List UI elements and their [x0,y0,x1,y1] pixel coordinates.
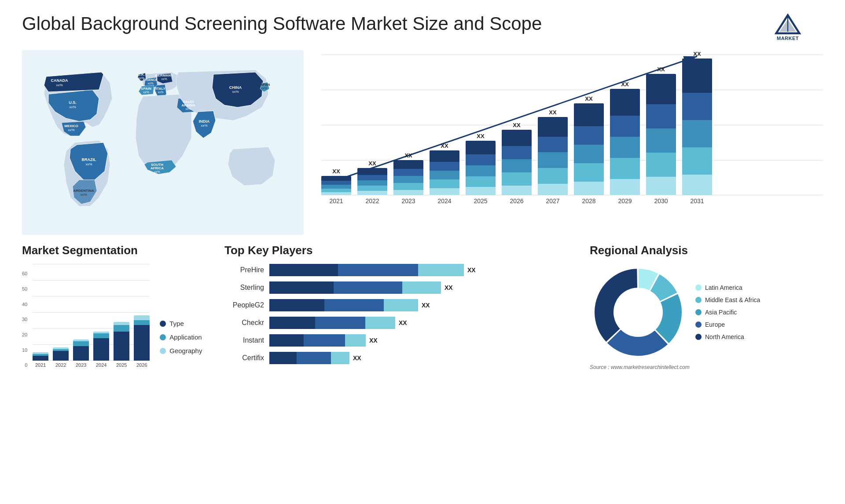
seg-bar-group-2024 [93,332,109,361]
svg-text:xx%: xx% [56,83,62,87]
bar-xlabel-2024: 2024 [430,197,459,205]
legend-app: Application [160,333,202,341]
seg-geo [134,315,150,320]
svg-text:SPAIN: SPAIN [141,87,151,91]
player-row: CertifixXX [224,352,577,364]
player-bar-seg-0 [269,281,334,294]
players-list: PreHireXXSterlingXXPeopleG2XXCheckrXXIns… [224,264,577,364]
player-bar [269,264,464,276]
bar-seg-2 [682,120,712,147]
player-bar-wrap: XX [269,264,577,276]
player-bar-wrap: XX [269,334,577,347]
svg-text:ITALY: ITALY [156,87,165,91]
seg-xlabel-2026: 2026 [134,362,150,368]
bar-seg-1 [393,169,423,176]
bar-seg-0 [574,103,604,126]
legend-type: Type [160,320,202,327]
bar-seg-0 [610,89,640,116]
world-map-section: CANADA xx% U.S. xx% MEXICO xx% BRAZIL xx… [22,50,304,235]
bar-xlabel-2031: 2031 [682,197,712,205]
legend-label-type: Type [169,320,184,327]
bar-xlabel-2027: 2027 [538,197,568,205]
seg-y-50: 50 [22,286,27,292]
seg-xlabel-2025: 2025 [114,362,129,368]
player-bar-seg-2 [418,264,464,276]
svg-text:ARABIA: ARABIA [181,103,195,107]
bar-xlabel-2023: 2023 [393,197,423,205]
legend-dot-app [160,334,166,340]
legend-mea: Middle East & Africa [695,296,760,303]
bar-xlabel-2022: 2022 [357,197,387,205]
bar-group-2026: XX [502,122,532,195]
bar-seg-4 [538,184,568,196]
player-bar-seg-0 [269,299,324,311]
legend-dot-geo [160,348,166,354]
bar-seg-3 [321,189,351,193]
bar-seg-2 [502,159,532,172]
seg-type [114,332,129,361]
svg-text:FRANCE: FRANCE [143,78,158,82]
legend-label-geo: Geography [169,347,202,354]
legend-dot-na [695,334,702,340]
bar-seg-3 [538,168,568,184]
bar-group-2029: XX [610,81,640,195]
bar-seg-2 [538,152,568,168]
player-bar-seg-1 [338,264,418,276]
bar-seg-1 [502,146,532,159]
bar-group-2025: XX [466,133,496,195]
bar-seg-0 [321,176,351,181]
regional-legend: Latin America Middle East & Africa Asia … [695,284,760,340]
bar-seg-3 [430,179,459,188]
bar-value-2027: XX [549,109,556,116]
bar-seg-4 [430,188,459,195]
svg-point-38 [614,288,662,336]
bar-value-2022: XX [368,160,376,167]
bar-xlabel-2025: 2025 [466,197,496,205]
bar-value-2028: XX [585,95,592,102]
svg-text:xx%: xx% [158,91,163,94]
regional-analysis-section: Regional Analysis Latin America [590,244,823,370]
logo-area: MARKET [753,13,823,41]
seg-type [53,351,69,361]
player-value: XX [445,281,453,294]
bar-seg-1 [574,126,604,145]
seg-xlabel-2021: 2021 [33,362,48,368]
bar-value-2031: XX [693,51,701,57]
seg-xlabel-2023: 2023 [73,362,89,368]
legend-dot-apac [695,309,702,315]
svg-text:GERMANY: GERMANY [155,73,174,77]
bar-seg-2 [646,128,676,153]
bar-seg-0 [393,160,423,169]
seg-bar-group-2021 [33,352,48,361]
bar-value-2021: XX [332,168,340,175]
legend-dot-mea [695,297,702,303]
player-value: XX [422,299,430,311]
world-map-svg: CANADA xx% U.S. xx% MEXICO xx% BRAZIL xx… [22,50,304,235]
page-container: Global Background Screening Software Mar… [0,0,845,504]
bar-seg-3 [357,186,387,191]
logo-text: MARKET [777,35,799,41]
player-row: PreHireXX [224,264,577,276]
player-value: XX [353,352,361,364]
player-name: Certifix [224,354,264,362]
seg-y-20: 20 [22,332,27,337]
seg-app [73,341,89,346]
bar-seg-2 [430,171,459,179]
bar-seg-1 [610,116,640,137]
player-bar-seg-0 [269,317,315,329]
bar-seg-0 [502,130,532,146]
player-bar-wrap: XX [269,352,577,364]
seg-xlabel-2024: 2024 [93,362,109,368]
player-value: XX [369,334,378,347]
seg-app [93,333,109,338]
bar-seg-1 [646,104,676,128]
seg-y-40: 40 [22,302,27,307]
player-bar-seg-1 [324,299,384,311]
legend-label-europe: Europe [705,321,725,328]
player-bar-seg-0 [269,352,297,364]
players-title: Top Key Players [224,244,577,257]
bar-seg-3 [610,158,640,179]
player-bar-seg-2 [345,334,366,347]
market-segmentation-section: Market Segmentation 60 50 40 30 20 10 0 [22,244,211,368]
logo-icon [775,13,801,35]
